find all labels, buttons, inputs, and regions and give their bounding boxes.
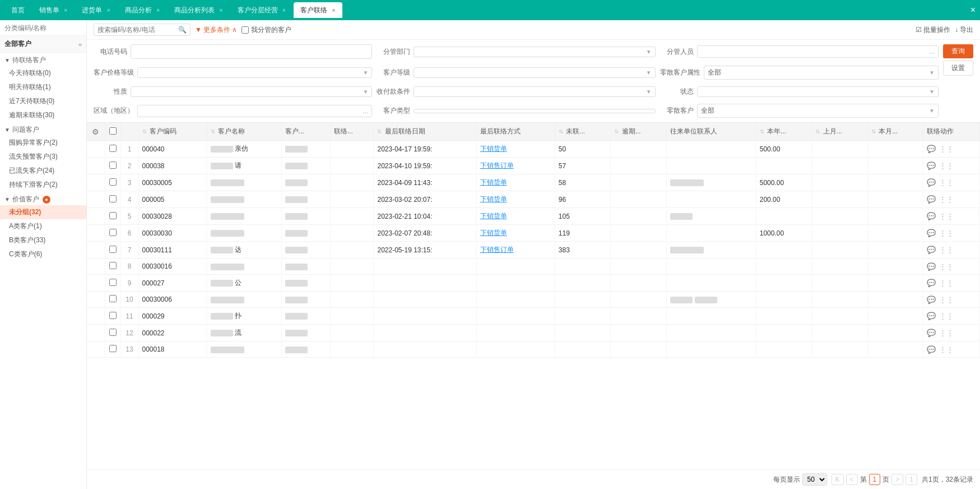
more-filters-btn[interactable]: ▼ 更多条件 ∧ xyxy=(195,25,237,35)
query-button[interactable]: 查询 xyxy=(943,44,973,58)
sidebar-item-churned[interactable]: 已流失客户(24) xyxy=(0,164,86,178)
col-not-contacted[interactable]: 未联... xyxy=(555,123,611,141)
sidebar-item-churn-warning[interactable]: 流失预警客户(3) xyxy=(0,150,86,164)
chat-icon[interactable]: 💬 xyxy=(927,145,936,153)
section-value-customers[interactable]: ▼ 价值客户 ● xyxy=(0,192,86,205)
tab-customer-contact[interactable]: 客户联络 × xyxy=(294,2,342,18)
tab-customer-seg[interactable]: 客户分层经营 × xyxy=(231,2,292,18)
tab-purchase[interactable]: 进货单 × xyxy=(75,2,117,18)
select-all-checkbox[interactable] xyxy=(109,127,117,135)
nature-select[interactable]: ▼ xyxy=(131,86,372,97)
col-checkbox[interactable] xyxy=(105,123,120,141)
sidebar-item-a-class[interactable]: A类客户(1) xyxy=(0,219,86,233)
row-checkbox[interactable] xyxy=(109,279,117,286)
row-checkbox[interactable] xyxy=(109,195,117,202)
col-settings[interactable]: ⚙ xyxy=(87,123,105,141)
first-page-btn[interactable]: K xyxy=(832,474,844,485)
chat-icon[interactable]: 💬 xyxy=(927,195,936,204)
price-select[interactable]: ▼ xyxy=(137,67,372,78)
retail-select[interactable]: 全部 ▼ xyxy=(697,104,939,118)
grid-icon[interactable]: ⋮⋮ xyxy=(939,312,954,320)
grid-icon[interactable]: ⋮⋮ xyxy=(939,246,954,254)
all-customers-header[interactable]: 全部客户 « xyxy=(0,36,86,53)
status-select[interactable]: ▼ xyxy=(697,86,939,97)
chat-icon[interactable]: 💬 xyxy=(927,229,936,237)
grid-icon[interactable]: ⋮⋮ xyxy=(939,162,954,170)
row-checkbox[interactable] xyxy=(109,178,117,186)
row-checkbox-cell[interactable] xyxy=(105,342,120,358)
row-checkbox-cell[interactable] xyxy=(105,292,120,308)
prev-page-btn[interactable]: < xyxy=(846,474,858,485)
row-checkbox-cell[interactable] xyxy=(105,325,120,342)
chat-icon[interactable]: 💬 xyxy=(927,296,936,304)
tab-analysis-close[interactable]: × xyxy=(156,7,160,13)
retail-attr-select[interactable]: 全部 ▼ xyxy=(704,66,939,80)
row-checkbox-cell[interactable] xyxy=(105,174,120,191)
grid-icon[interactable]: ⋮⋮ xyxy=(939,229,954,237)
tab-home[interactable]: 首页 xyxy=(4,2,31,18)
row-checkbox[interactable] xyxy=(109,246,117,253)
export-btn[interactable]: ↓ 导出 xyxy=(955,25,973,35)
next-page-btn[interactable]: > xyxy=(891,474,903,485)
settings-gear-icon[interactable]: ⚙ xyxy=(92,127,99,136)
chat-icon[interactable]: 💬 xyxy=(927,212,936,220)
batch-ops-btn[interactable]: ☑ 批量操作 xyxy=(916,25,950,35)
my-customers-checkbox[interactable] xyxy=(241,26,249,34)
col-last-month[interactable]: 上月... xyxy=(812,123,868,141)
chat-icon[interactable]: 💬 xyxy=(927,162,936,170)
contact-method-link[interactable]: 下销货单 xyxy=(480,178,507,186)
window-close-button[interactable]: × xyxy=(970,5,976,15)
row-checkbox-cell[interactable] xyxy=(105,208,120,225)
chat-icon[interactable]: 💬 xyxy=(927,312,936,320)
grid-icon[interactable]: ⋮⋮ xyxy=(939,145,954,153)
tab-sales[interactable]: 销售单 × xyxy=(32,2,74,18)
tab-analysis[interactable]: 商品分析 × xyxy=(118,2,166,18)
col-this-year[interactable]: 本年... xyxy=(756,123,812,141)
tab-analysis-list[interactable]: 商品分析列表 × xyxy=(168,2,229,18)
phone-input[interactable] xyxy=(131,44,372,59)
row-checkbox-cell[interactable] xyxy=(105,225,120,242)
manager-select[interactable]: ... xyxy=(697,45,939,58)
grid-icon[interactable]: ⋮⋮ xyxy=(939,345,954,354)
chat-icon[interactable]: 💬 xyxy=(927,329,936,337)
row-checkbox-cell[interactable] xyxy=(105,141,120,158)
row-checkbox[interactable] xyxy=(109,345,117,352)
contact-method-link[interactable]: 下销售订单 xyxy=(480,162,514,169)
sidebar-item-7days[interactable]: 近7天待联络(0) xyxy=(0,94,86,108)
section-problem-customers[interactable]: ▼ 问题客户 xyxy=(0,122,86,136)
sidebar-item-hoarding[interactable]: 囤购异常客户(2) xyxy=(0,136,86,150)
grid-icon[interactable]: ⋮⋮ xyxy=(939,212,954,220)
sidebar-item-tomorrow[interactable]: 明天待联络(1) xyxy=(0,80,86,94)
reset-button[interactable]: 设置 xyxy=(943,61,973,76)
ctype-select[interactable] xyxy=(414,109,655,113)
manager-dots-icon[interactable]: ... xyxy=(929,48,935,56)
col-overdue[interactable]: 逾期... xyxy=(611,123,667,141)
row-checkbox[interactable] xyxy=(109,312,117,319)
col-this-month[interactable]: 本月... xyxy=(867,123,923,141)
level-select[interactable]: ▼ xyxy=(414,67,655,78)
search-input[interactable] xyxy=(97,26,176,34)
grid-icon[interactable]: ⋮⋮ xyxy=(939,329,954,337)
col-code[interactable]: 客户编码 xyxy=(138,123,207,141)
chat-icon[interactable]: 💬 xyxy=(927,279,936,287)
row-checkbox-cell[interactable] xyxy=(105,308,120,325)
row-checkbox-cell[interactable] xyxy=(105,191,120,208)
col-name[interactable]: 客户名称 xyxy=(207,123,281,141)
sidebar-search-input[interactable] xyxy=(4,24,87,32)
contact-method-link[interactable]: 下销货单 xyxy=(480,195,507,203)
tab-analysis-list-close[interactable]: × xyxy=(219,7,222,13)
row-checkbox[interactable] xyxy=(109,329,117,336)
per-page-select[interactable]: 50 xyxy=(802,473,827,486)
row-checkbox-cell[interactable] xyxy=(105,275,120,292)
sidebar-item-today[interactable]: 今天待联络(0) xyxy=(0,66,86,80)
contact-method-link[interactable]: 下销货单 xyxy=(480,212,507,220)
region-select[interactable]: ... xyxy=(137,105,372,117)
tab-purchase-close[interactable]: × xyxy=(106,7,110,13)
chat-icon[interactable]: 💬 xyxy=(927,178,936,187)
region-dots-icon[interactable]: ... xyxy=(363,107,368,115)
sidebar-item-ungroup[interactable]: 未分组(32) xyxy=(0,205,86,219)
col-last-contact-date[interactable]: 最后联络日期 xyxy=(374,123,476,141)
row-checkbox-cell[interactable] xyxy=(105,242,120,259)
grid-icon[interactable]: ⋮⋮ xyxy=(939,262,954,271)
grid-icon[interactable]: ⋮⋮ xyxy=(939,195,954,204)
